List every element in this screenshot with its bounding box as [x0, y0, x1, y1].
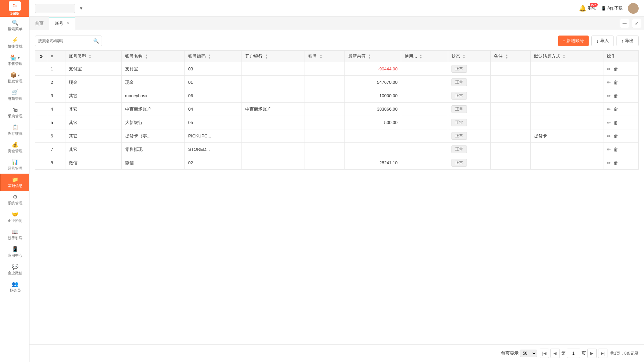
row-settings-cell — [35, 76, 47, 89]
action-icons: ✏ 🗑 — [607, 133, 635, 139]
export-button[interactable]: ↑ 导出 — [616, 36, 639, 46]
status-col-header[interactable]: 状态 ▲▼ — [448, 51, 490, 62]
delete-icon[interactable]: 🗑 — [613, 107, 618, 112]
sidebar-item-shortcut[interactable]: ⚡ 快捷导航 — [0, 34, 29, 52]
edit-icon[interactable]: ✏ — [607, 66, 611, 72]
page-number-input[interactable] — [567, 349, 580, 358]
delete-icon[interactable]: 🗑 — [613, 66, 618, 72]
notification-button[interactable]: 🔔 消息 99+ — [579, 5, 596, 12]
row-actions-cell: ✏ 🗑 — [603, 89, 639, 103]
sidebar-item-inventory[interactable]: 📋 库存核算 — [0, 121, 29, 139]
sidebar-item-retail[interactable]: 🏪 ▼ 零售管理 — [0, 52, 29, 69]
tab-close-icon[interactable]: ✕ — [67, 21, 69, 25]
type-col-header[interactable]: 账号类型 ▲▼ — [65, 51, 121, 62]
table-row: 5 其它 大新银行 05 500.00 正常 ✏ 🗑 — [35, 116, 639, 129]
row-remark-cell — [491, 129, 531, 143]
usage-col-header[interactable]: 使用... ▲▼ — [401, 51, 448, 62]
edit-icon[interactable]: ✏ — [607, 93, 611, 99]
delete-icon[interactable]: 🗑 — [613, 120, 618, 125]
export-icon: ↑ — [622, 39, 624, 44]
edit-icon[interactable]: ✏ — [607, 147, 611, 152]
remark-col-header[interactable]: 备注 ▲▼ — [491, 51, 531, 62]
edit-icon[interactable]: ✏ — [607, 160, 611, 166]
status-badge: 正常 — [451, 78, 467, 86]
settings-col-header[interactable]: ⚙ — [35, 51, 47, 62]
delete-icon[interactable]: 🗑 — [613, 160, 618, 166]
wholesale-nav-icon: 📦 — [10, 72, 17, 78]
status-sort-icon: ▲▼ — [463, 54, 465, 59]
add-account-button[interactable]: + 新增账号 — [558, 36, 589, 46]
name-col-header[interactable]: 账号名称 ▲▼ — [121, 51, 184, 62]
default-settlement-col-header[interactable]: 默认结算方式 ▲▼ — [530, 51, 603, 62]
row-name-cell: 中百商场账户 — [121, 103, 184, 116]
status-badge: 正常 — [451, 159, 467, 167]
prev-page-button[interactable]: ◀ — [550, 349, 560, 358]
header-dropdown[interactable]: ▼ — [79, 6, 83, 11]
last-page-button[interactable]: ▶| — [598, 349, 607, 358]
row-type-cell: 现金 — [65, 76, 121, 89]
delete-icon[interactable]: 🗑 — [613, 147, 618, 152]
remark-col-label: 备注 — [494, 54, 503, 59]
row-code-cell: STORED... — [184, 143, 241, 156]
balance-col-header[interactable]: 最新余额 ▲▼ — [345, 51, 401, 62]
row-name-cell: 大新银行 — [121, 116, 184, 129]
sidebar-item-appcenter[interactable]: 📱 应用中心 — [0, 243, 29, 261]
row-balance-cell: 547670.00 — [345, 76, 401, 89]
sidebar-item-member[interactable]: 👥 畅会员 — [0, 278, 29, 296]
delete-icon[interactable]: 🗑 — [613, 80, 618, 85]
sidebar-item-system[interactable]: ⚙ 系统管理 — [0, 191, 29, 208]
row-status-cell: 正常 — [448, 156, 490, 170]
edit-icon[interactable]: ✏ — [607, 133, 611, 139]
sidebar-item-ecommerce[interactable]: 🛒 电商管理 — [0, 86, 29, 104]
sidebar-item-operations[interactable]: 📊 经营管理 — [0, 156, 29, 174]
row-settlement-cell — [530, 62, 603, 76]
row-balance-cell: -90444.00 — [345, 62, 401, 76]
delete-icon[interactable]: 🗑 — [613, 93, 618, 99]
row-code-cell: PICKUPC... — [184, 129, 241, 143]
row-status-cell: 正常 — [448, 76, 490, 89]
page-size-label: 每页显示 — [501, 350, 519, 356]
next-page-button[interactable]: ▶ — [587, 349, 597, 358]
delete-icon[interactable]: 🗑 — [613, 133, 618, 139]
content-area: 🔍 + 新增账号 ↓ 导入 ↑ 导出 — [30, 30, 644, 344]
header-search-input[interactable] — [35, 4, 75, 13]
app-download-button[interactable]: 📱 App下载 — [601, 5, 623, 11]
edit-icon[interactable]: ✏ — [607, 107, 611, 112]
sidebar-item-wholesale[interactable]: 📦 ▼ 批发管理 — [0, 69, 29, 86]
appcenter-nav-icon: 📱 — [12, 246, 18, 252]
account-col-header[interactable]: 账号 ▲▼ — [305, 51, 345, 62]
tab-maximize-button[interactable]: ⤢ — [632, 19, 641, 28]
member-nav-icon: 👥 — [12, 281, 18, 287]
row-remark-cell — [491, 116, 531, 129]
sidebar-item-basic[interactable]: 📁 基础信息 — [0, 174, 29, 191]
sidebar-item-wechat[interactable]: 💬 企业微信 — [0, 261, 29, 278]
sidebar-item-guide[interactable]: 📖 新手引导 — [0, 226, 29, 243]
sidebar-item-search[interactable]: 🔍 搜索菜单 — [0, 17, 29, 34]
search-input[interactable] — [38, 39, 93, 43]
wholesale-arrow-icon: ▼ — [17, 74, 20, 77]
action-icons: ✏ 🗑 — [607, 80, 635, 85]
row-status-cell: 正常 — [448, 129, 490, 143]
user-avatar[interactable] — [628, 3, 639, 14]
code-col-header[interactable]: 账号编码 ▲▼ — [184, 51, 241, 62]
code-col-label: 账号编码 — [188, 54, 206, 59]
import-icon: ↓ — [596, 39, 599, 44]
bank-col-header[interactable]: 开户银行 ▲▼ — [242, 51, 305, 62]
row-code-cell: 01 — [184, 76, 241, 89]
row-bank-cell — [242, 62, 305, 76]
basic-nav-icon: 📁 — [12, 176, 18, 183]
import-button[interactable]: ↓ 导入 — [591, 36, 614, 46]
sidebar-item-capital[interactable]: 💰 资金管理 — [0, 139, 29, 156]
row-bank-cell — [242, 76, 305, 89]
tab-home[interactable]: 首页 — [30, 17, 49, 30]
edit-icon[interactable]: ✏ — [607, 120, 611, 125]
sidebar-item-purchase[interactable]: 🛍 采购管理 — [0, 104, 29, 121]
table-row: 4 其它 中百商场账户 04 中百商场账户 383866.00 正常 ✏ 🗑 — [35, 103, 639, 116]
sidebar-item-agreement[interactable]: 🤝 企业协同 — [0, 208, 29, 226]
tab-minimize-button[interactable]: — — [620, 19, 629, 28]
edit-icon[interactable]: ✏ — [607, 80, 611, 85]
first-page-button[interactable]: |◀ — [540, 349, 549, 358]
tab-account[interactable]: 账号 ✕ — [49, 17, 75, 30]
page-size-dropdown[interactable]: 50 100 200 — [520, 350, 537, 357]
shortcut-nav-icon: ⚡ — [12, 37, 18, 43]
